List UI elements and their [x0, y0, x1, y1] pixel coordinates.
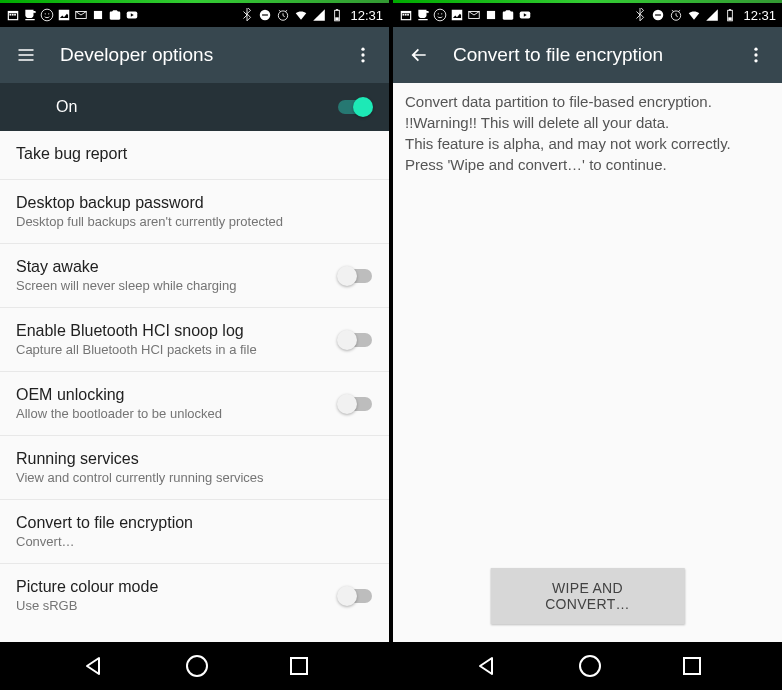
signal-icon: [312, 8, 326, 22]
status-bar: 12:31: [0, 3, 389, 27]
svg-point-5: [41, 9, 53, 21]
stay-awake-toggle[interactable]: [337, 266, 373, 286]
android-icon: [433, 8, 447, 22]
svg-rect-24: [405, 14, 407, 16]
list-item-bug-report[interactable]: Take bug report: [0, 131, 389, 180]
status-bar: 12:31: [393, 3, 782, 27]
back-nav-icon[interactable]: [81, 654, 105, 678]
nav-bar: [393, 642, 782, 690]
svg-rect-38: [729, 17, 733, 20]
square-icon: [91, 8, 105, 22]
dnd-icon: [651, 8, 665, 22]
android-icon: [40, 8, 54, 22]
svg-rect-34: [656, 14, 662, 15]
svg-point-6: [45, 13, 46, 14]
wifi-icon: [687, 8, 701, 22]
back-nav-icon[interactable]: [474, 654, 498, 678]
master-switch-row[interactable]: On: [0, 83, 389, 131]
bt-hci-toggle[interactable]: [337, 330, 373, 350]
status-time: 12:31: [743, 8, 776, 23]
alarm-icon: [276, 8, 290, 22]
item-subtitle: Capture all Bluetooth HCI packets in a f…: [16, 342, 337, 357]
svg-point-18: [361, 48, 364, 51]
image-icon: [57, 8, 71, 22]
square-icon: [484, 8, 498, 22]
home-nav-icon[interactable]: [579, 655, 601, 677]
warning-line: Press 'Wipe and convert…' to continue.: [405, 154, 770, 175]
list-item-convert-encryption[interactable]: Convert to file encryption Convert…: [0, 500, 389, 564]
image-icon: [450, 8, 464, 22]
dnd-icon: [258, 8, 272, 22]
recent-nav-icon[interactable]: [290, 657, 308, 675]
page-title: Developer options: [60, 44, 329, 66]
list-item-oem-unlock[interactable]: OEM unlocking Allow the bootloader to be…: [0, 372, 389, 436]
svg-rect-31: [487, 11, 495, 19]
item-title: OEM unlocking: [16, 386, 337, 404]
svg-rect-2: [10, 14, 12, 16]
phone-right: 12:31 Convert to file encryption Convert…: [393, 0, 782, 690]
overflow-icon[interactable]: [746, 45, 766, 65]
svg-rect-4: [14, 14, 16, 16]
wipe-convert-button[interactable]: WIPE AND CONVERT…: [490, 568, 685, 624]
svg-point-39: [754, 48, 757, 51]
svg-point-7: [48, 13, 49, 14]
list-item-backup-password[interactable]: Desktop backup password Desktop full bac…: [0, 180, 389, 244]
home-nav-icon[interactable]: [186, 655, 208, 677]
svg-point-20: [361, 59, 364, 62]
item-title: Desktop backup password: [16, 194, 373, 212]
calendar-icon: [6, 8, 20, 22]
item-subtitle: Allow the bootloader to be unlocked: [16, 406, 337, 421]
store-icon: [501, 8, 515, 22]
store-icon: [108, 8, 122, 22]
item-subtitle: Desktop full backups aren't currently pr…: [16, 214, 373, 229]
list-item-stay-awake[interactable]: Stay awake Screen will never sleep while…: [0, 244, 389, 308]
battery-icon: [330, 8, 344, 22]
svg-point-19: [361, 53, 364, 56]
overflow-icon[interactable]: [353, 45, 373, 65]
list-item-picture-colour[interactable]: Picture colour mode Use sRGB: [0, 564, 389, 627]
youtube-icon: [125, 8, 139, 22]
picture-colour-toggle[interactable]: [337, 586, 373, 606]
svg-rect-3: [12, 14, 14, 16]
item-title: Picture colour mode: [16, 578, 337, 596]
recent-nav-icon[interactable]: [683, 657, 701, 675]
menu-icon[interactable]: [16, 45, 36, 65]
svg-point-28: [441, 13, 442, 14]
calendar-icon: [399, 8, 413, 22]
coffee-icon: [416, 8, 430, 22]
oem-toggle[interactable]: [337, 394, 373, 414]
warning-text: Convert data partition to file-based enc…: [405, 91, 770, 175]
item-subtitle: Screen will never sleep while charging: [16, 278, 337, 293]
list-item-running-services[interactable]: Running services View and control curren…: [0, 436, 389, 500]
item-subtitle: Use sRGB: [16, 598, 337, 613]
item-title: Stay awake: [16, 258, 337, 276]
master-toggle[interactable]: [337, 97, 373, 117]
item-title: Take bug report: [16, 145, 373, 163]
svg-point-26: [434, 9, 446, 21]
svg-rect-25: [407, 14, 409, 16]
item-title: Convert to file encryption: [16, 514, 373, 532]
back-arrow-icon[interactable]: [409, 45, 429, 65]
content-area: Convert data partition to file-based enc…: [393, 83, 782, 642]
item-title: Enable Bluetooth HCI snoop log: [16, 322, 337, 340]
item-subtitle: View and control currently running servi…: [16, 470, 373, 485]
phone-left: 12:31 Developer options On Take bug repo…: [0, 0, 389, 690]
signal-icon: [705, 8, 719, 22]
svg-rect-37: [729, 9, 731, 10]
svg-rect-10: [94, 11, 102, 19]
battery-icon: [723, 8, 737, 22]
app-bar: Convert to file encryption: [393, 27, 782, 83]
item-subtitle: Convert…: [16, 534, 373, 549]
warning-line: This feature is alpha, and may not work …: [405, 133, 770, 154]
coffee-icon: [23, 8, 37, 22]
svg-point-40: [754, 53, 757, 56]
svg-rect-23: [403, 14, 405, 16]
bluetooth-icon: [240, 8, 254, 22]
svg-rect-17: [336, 17, 340, 20]
youtube-icon: [518, 8, 532, 22]
svg-rect-13: [263, 14, 269, 15]
warning-line: !!Warning!! This will delete all your da…: [405, 112, 770, 133]
wifi-icon: [294, 8, 308, 22]
list-item-bt-hci[interactable]: Enable Bluetooth HCI snoop log Capture a…: [0, 308, 389, 372]
master-switch-label: On: [56, 98, 337, 116]
